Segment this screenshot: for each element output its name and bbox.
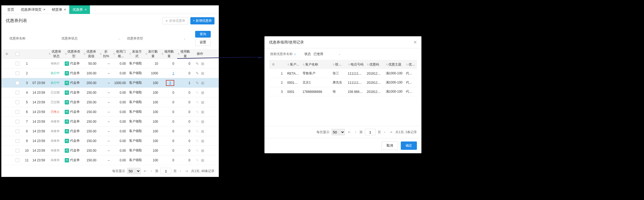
qr-icon[interactable]: ⊞ [201,81,204,85]
row-check[interactable] [12,129,23,133]
discount-header[interactable]: ⇅折扣% [98,49,111,59]
checkbox[interactable] [16,81,19,85]
table-row[interactable]: 2 执行中 代代金券 100.00 -- 0.00 客户领取 1000 1 0 … [1,68,219,78]
table-row[interactable]: 3 0001 17666666666 张 156 6666 ... 201912… [269,87,417,96]
table-row[interactable]: 1 RETAIL... 零散客户 张三 11111111111 20191207… [269,69,417,78]
code-header[interactable]: ⇅客户... [286,62,301,67]
status-header[interactable]: ⇅优惠券状态 [47,49,63,59]
status-select[interactable]: 已使用⌄ [314,52,340,56]
cancel-button[interactable]: 取消 [381,141,398,150]
checkbox[interactable] [16,100,19,104]
first-page-button[interactable]: ⇤ [347,130,352,134]
page-input[interactable] [161,168,171,174]
checkbox[interactable] [16,110,19,114]
tab-sales-order[interactable]: 销货单✕ [49,5,69,14]
row-check[interactable] [12,158,23,162]
table-row[interactable]: 7 14 23:59 待发布 代代金券 150.00 -- 0.00 客户领取 … [1,117,219,126]
close-icon[interactable]: ✕ [64,8,66,11]
prev-page-button[interactable]: ‹ [150,169,153,173]
claimed-header[interactable]: ⇅领用数量 [160,49,176,59]
coupontype-header[interactable]: ⇅优惠券类 [404,62,417,67]
per-page-select[interactable]: 50 [332,129,345,135]
qr-icon[interactable]: ⊞ [201,71,204,75]
claimed-link[interactable]: 3 [166,80,174,86]
checkbox[interactable] [16,52,19,56]
gear-column-header[interactable]: ⚙ [1,52,12,56]
edit-icon[interactable]: ✎ [196,61,199,66]
close-icon[interactable]: ✕ [43,8,45,11]
query-button[interactable]: 查询 [195,31,211,38]
row-check[interactable] [12,139,23,143]
search-input[interactable] [270,52,294,56]
issued-header[interactable]: ⇅发行数量 [144,49,160,59]
next-page-button[interactable]: › [179,169,182,173]
table-row[interactable]: 10 14 23:59 待发布 代代金券 150.00 -- 0.00 客户领取… [1,146,219,155]
table-row[interactable]: 3 07 23:59 执行中 代代金券 200.00 -- 1000.00 客户… [1,78,219,88]
row-check[interactable] [12,81,23,85]
next-page-button[interactable]: › [383,130,386,134]
qr-icon[interactable]: ⊞ [201,158,204,162]
distribute-coupon-button[interactable]: ✈发放优惠券 [162,17,188,24]
tab-coupon[interactable]: 优惠券✕ [69,5,90,14]
threshold-header[interactable]: ⇅使用门槛... [111,49,128,59]
checkbox[interactable] [16,71,19,75]
checkbox[interactable] [16,120,19,123]
table-row[interactable]: 8 14 23:59 待发布 代代金券 150.00 -- 0.00 客户领取 … [1,126,219,136]
row-check[interactable] [12,120,23,123]
per-page-select[interactable]: 50 [127,168,141,174]
gear-header[interactable]: ⚙ [269,63,278,66]
contact-header[interactable]: ⇅联系人 [331,62,346,67]
row-check[interactable] [12,149,23,152]
add-coupon-button[interactable]: + 新增优惠券 [190,17,214,24]
checkbox[interactable] [16,139,19,143]
name-header[interactable]: ⇅客户名称 [301,62,331,67]
row-check[interactable] [12,62,23,66]
status-select[interactable]: ⌄ [79,35,122,42]
qr-icon[interactable]: ⊞ [201,100,204,104]
tab-home[interactable]: 首页 [4,5,17,14]
phone-header[interactable]: ⇅电话号码 [346,62,365,67]
qr-icon[interactable]: ⊞ [201,139,204,143]
checkbox[interactable] [16,91,19,94]
coupon-name-input[interactable] [27,35,56,42]
tab-coupon-detail[interactable]: 优惠券详情页✕ [17,5,49,14]
qr-icon[interactable]: ⊞ [201,148,204,153]
claimed-link[interactable]: 1 [172,71,174,75]
checkbox[interactable] [16,129,19,133]
close-icon[interactable]: ✕ [413,40,417,45]
method-header[interactable]: ⇅发放方式 [128,49,144,59]
select-all-header[interactable] [12,52,23,56]
close-icon[interactable]: ✕ [85,8,87,11]
table-row[interactable]: 9 14 23:59 待发布 代代金券 150.00 -- 0.00 客户领取 … [1,136,219,146]
checkbox[interactable] [16,158,19,162]
row-check[interactable] [12,71,23,75]
table-row[interactable]: 6 14 23:59 已终止 代代金券 150.00 -- 0.00 客户领取 … [1,107,219,117]
qr-icon[interactable]: ⊞ [201,90,204,95]
qr-icon[interactable]: ⊞ [201,110,204,114]
checkbox[interactable] [16,62,19,66]
row-check[interactable] [12,110,23,114]
last-page-button[interactable]: ⇥ [388,130,393,134]
table-row[interactable]: 5 14 23:59 已过期 代代金券 150.00 -- 0.00 客户领取 … [1,97,219,107]
used-header[interactable]: ⇅使用数量 [176,49,192,59]
type-header[interactable]: ⇅优惠券类型 [63,49,82,59]
page-input[interactable] [365,129,376,135]
row-check[interactable] [12,91,23,94]
search-icon[interactable]: ⌕ [294,52,296,56]
value-header[interactable]: ⇅优惠券面值 [82,49,98,59]
row-check[interactable] [12,100,23,104]
table-row[interactable]: 4 14 23:59 已过期 代代金券 150.00 -- 0.00 客户领取 … [1,88,219,97]
table-row[interactable]: 11 14 23:59 待发布 代代金券 150.00 -- 0.00 客户领取… [1,155,219,165]
first-page-button[interactable]: ⇤ [143,169,148,173]
last-page-button[interactable]: ⇥ [184,169,189,173]
subject-header[interactable]: ⇅优惠主题 [384,62,404,67]
edit-icon[interactable]: ✎ [196,71,199,75]
couponcode-header[interactable]: ⇅优惠码 [365,62,384,67]
table-row[interactable]: 2 00010001 北京1 唐先生 11111111111 201912070… [269,78,417,87]
qr-icon[interactable]: ⊞ [201,129,204,133]
edit-icon[interactable]: ✎ [196,81,199,85]
settings-button[interactable]: 设置 [195,39,211,46]
qr-icon[interactable]: ⊞ [201,119,204,124]
confirm-button[interactable]: 确定 [401,141,417,150]
qr-icon[interactable]: ⊞ [201,61,204,66]
